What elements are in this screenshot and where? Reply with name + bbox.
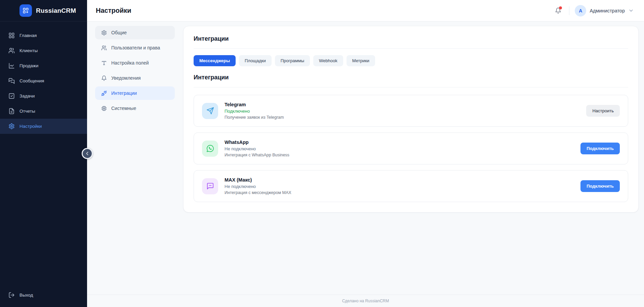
tab-webhook[interactable]: Webhook <box>313 55 343 66</box>
brand-logo: RussianCRM <box>0 0 87 22</box>
settings-tab-label: Настройка полей <box>111 60 149 66</box>
chart-line-icon <box>8 63 15 69</box>
sidebar-item-label: Задачи <box>19 93 35 99</box>
top-header: Настройки А Администратор <box>87 0 644 22</box>
integration-description: Интеграция с WhatsApp Business <box>225 153 289 157</box>
sidebar-item-home[interactable]: Главная <box>0 28 87 43</box>
integration-list: Telegram Подключено Получение заявок из … <box>194 95 628 202</box>
integration-status: Не подключено <box>225 184 291 189</box>
tab-platforms[interactable]: Площадки <box>239 55 272 66</box>
main-area: Настройки А Администратор Общие Пользов <box>87 0 644 307</box>
integration-action: Настроить <box>586 105 620 117</box>
sidebar: RussianCRM Главная Клиенты Продажи Сообщ… <box>0 0 87 307</box>
chat-bubbles-icon <box>8 78 15 84</box>
integration-action: Подключить <box>580 180 620 192</box>
integration-name: WhatsApp <box>225 140 289 145</box>
brand-name: RussianCRM <box>36 7 76 14</box>
logout-icon <box>8 292 15 298</box>
app-logo-icon <box>19 4 32 17</box>
integration-status: Подключено <box>225 109 284 114</box>
app-footer: Сделано на RussianCRM <box>87 295 644 307</box>
sidebar-item-label: Клиенты <box>19 48 38 53</box>
section-title: Интеграции <box>194 74 628 81</box>
integration-info: Telegram Подключено Получение заявок из … <box>225 102 284 120</box>
integrations-panel: Интеграции Мессенджеры Площадки Программ… <box>183 26 639 213</box>
configure-button[interactable]: Настроить <box>586 105 620 117</box>
gear-icon <box>101 30 107 36</box>
sidebar-item-label: Продажи <box>19 63 38 68</box>
users-icon <box>8 47 15 54</box>
user-menu[interactable]: А Администратор <box>575 5 634 16</box>
notifications-button[interactable] <box>552 5 564 16</box>
tab-metrics[interactable]: Метрики <box>347 55 375 66</box>
sidebar-item-messages[interactable]: Сообщения <box>0 73 87 88</box>
page-title: Настройки <box>96 7 131 14</box>
panel-title: Интеграции <box>194 35 628 42</box>
settings-tab-label: Системные <box>111 106 136 111</box>
integration-info: MAX (Макс) Не подключено Интеграция с ме… <box>225 177 291 195</box>
document-icon <box>8 108 15 114</box>
sidebar-item-settings[interactable]: Настройки <box>0 119 87 134</box>
users-icon <box>101 45 107 51</box>
integration-card-whatsapp: WhatsApp Не подключено Интеграция с What… <box>194 132 628 164</box>
logout-label: Выход <box>19 293 33 298</box>
chevron-down-icon <box>628 8 634 13</box>
integration-card-max: MAX (Макс) Не подключено Интеграция с ме… <box>194 170 628 202</box>
tab-programs[interactable]: Программы <box>275 55 310 66</box>
integration-description: Интеграция с мессенджером MAX <box>225 190 291 195</box>
integration-category-tabs: Мессенджеры Площадки Программы Webhook М… <box>194 55 628 66</box>
notification-badge <box>559 6 562 9</box>
tab-messengers[interactable]: Мессенджеры <box>194 55 236 66</box>
settings-tab-label: Интеграции <box>111 90 137 96</box>
integration-info: WhatsApp Не подключено Интеграция с What… <box>225 140 289 157</box>
settings-content: Общие Пользователи и права Настройка пол… <box>87 22 644 295</box>
bell-icon <box>101 75 107 81</box>
user-name: Администратор <box>590 8 625 13</box>
connect-button[interactable]: Подключить <box>580 180 620 192</box>
sidebar-item-clients[interactable]: Клиенты <box>0 43 87 58</box>
sidebar-item-label: Настройки <box>19 124 42 129</box>
settings-tab-label: Уведомления <box>111 75 141 81</box>
sidebar-nav: Главная Клиенты Продажи Сообщения Задачи… <box>0 22 87 134</box>
telegram-icon <box>202 103 218 119</box>
max-messenger-icon <box>202 178 218 194</box>
settings-tab-users[interactable]: Пользователи и права <box>95 41 175 54</box>
integration-card-telegram: Telegram Подключено Получение заявок из … <box>194 95 628 127</box>
settings-tab-general[interactable]: Общие <box>95 26 175 39</box>
sidebar-spacer <box>0 134 87 287</box>
integration-action: Подключить <box>580 143 620 154</box>
grid-icon <box>8 32 15 39</box>
check-square-icon <box>8 93 15 99</box>
sidebar-item-label: Сообщения <box>19 78 44 83</box>
sidebar-item-sales[interactable]: Продажи <box>0 58 87 73</box>
divider <box>194 48 628 49</box>
divider <box>194 87 628 87</box>
sidebar-item-tasks[interactable]: Задачи <box>0 88 87 104</box>
header-actions: А Администратор <box>552 5 634 16</box>
integration-name: Telegram <box>225 102 284 107</box>
avatar: А <box>575 5 586 16</box>
sidebar-item-label: Главная <box>19 33 37 38</box>
type-icon <box>101 60 107 66</box>
settings-tab-label: Пользователи и права <box>111 45 160 50</box>
settings-submenu: Общие Пользователи и права Настройка пол… <box>95 26 175 115</box>
cpu-icon <box>101 106 107 111</box>
header-divider <box>569 6 569 15</box>
integration-description: Получение заявок из Telegram <box>225 115 284 120</box>
whatsapp-icon <box>202 141 218 157</box>
gear-icon <box>8 123 15 129</box>
integration-name: MAX (Макс) <box>225 177 291 183</box>
settings-tab-system[interactable]: Системные <box>95 102 175 115</box>
settings-tab-notifications[interactable]: Уведомления <box>95 71 175 85</box>
settings-tab-label: Общие <box>111 30 127 35</box>
connect-button[interactable]: Подключить <box>580 143 620 154</box>
plug-icon <box>101 90 107 96</box>
settings-tab-fields[interactable]: Настройка полей <box>95 56 175 70</box>
integration-status: Не подключено <box>225 146 289 151</box>
chevron-left-icon <box>84 151 90 156</box>
footer-text: Сделано на RussianCRM <box>342 299 389 303</box>
sidebar-collapse-button[interactable] <box>82 148 93 159</box>
settings-tab-integrations[interactable]: Интеграции <box>95 86 175 100</box>
sidebar-item-reports[interactable]: Отчеты <box>0 104 87 119</box>
logout-button[interactable]: Выход <box>0 287 87 307</box>
